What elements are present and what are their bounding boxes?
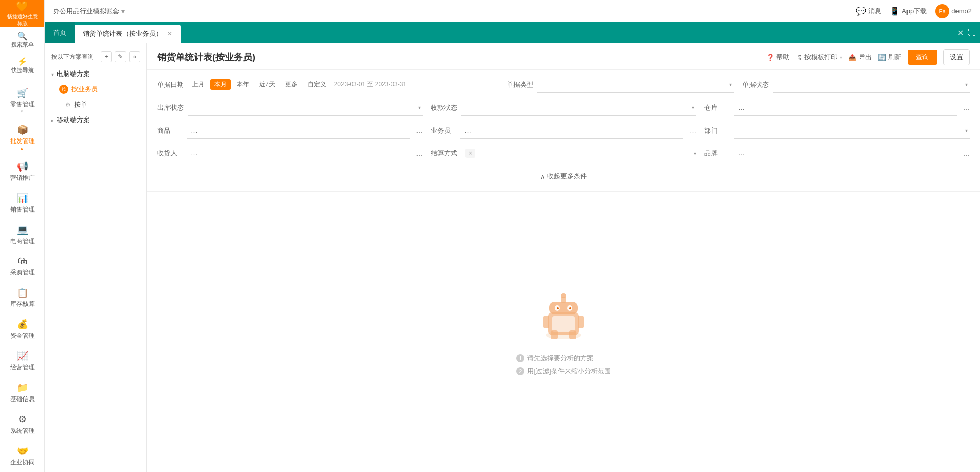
doc-status-arrow: ▾ — [965, 82, 968, 87]
sidebar-item-marketing[interactable]: 📢 营销推广 — [0, 156, 44, 187]
sidebar-item-finance[interactable]: 💰 资金管理 — [0, 314, 44, 345]
sidebar-item-ecommerce[interactable]: 💻 电商管理 — [0, 219, 44, 251]
doc-type-label: 单据类型 — [507, 80, 533, 89]
search-icon: 🔍 — [0, 31, 44, 41]
goods-dots[interactable]: … — [416, 127, 423, 134]
filter-goods: 商品 … — [157, 123, 423, 139]
payment-tag-close[interactable]: × — [469, 150, 472, 157]
date-tab-this-month[interactable]: 本月 — [210, 79, 231, 90]
collapse-panel-btn[interactable]: « — [129, 51, 140, 62]
template-print-btn[interactable]: 🖨 按模板打印 ▾ — [796, 53, 842, 62]
operations-icon: 📈 — [17, 350, 28, 362]
tab-close-window-btn[interactable]: ✕ — [957, 28, 964, 38]
sidebar-item-collab[interactable]: 🤝 企业协同 — [0, 440, 44, 472]
settings-button[interactable]: 设置 — [943, 49, 970, 65]
refresh-icon: 🔄 — [878, 54, 886, 61]
tree-label-mobile: 移动端方案 — [57, 115, 90, 125]
marketing-icon: 📢 — [17, 161, 28, 172]
tip-text-2: 用[过滤]条件来缩小分析范围 — [527, 367, 610, 376]
brand-dots[interactable]: … — [963, 150, 970, 157]
salesperson-input[interactable] — [460, 123, 683, 139]
brand-input[interactable] — [734, 145, 957, 161]
message-icon: 💬 — [856, 6, 866, 16]
goods-input[interactable] — [187, 123, 410, 139]
department-select[interactable] — [734, 122, 970, 138]
add-scheme-btn[interactable]: + — [101, 51, 112, 62]
svg-rect-7 — [549, 302, 578, 314]
empty-state: 1 请先选择要分析的方案 2 用[过滤]条件来缩小分析范围 — [147, 192, 980, 472]
tree-item-mobile[interactable]: ▸ 移动端方案 — [45, 112, 146, 128]
left-panel-title: 按以下方案查询 — [51, 53, 94, 61]
tab-sales-stat[interactable]: 销货单统计表（按业务员） ✕ — [75, 25, 181, 43]
tree-icon-order: ⚙ — [65, 101, 71, 108]
sidebar-item-wholesale[interactable]: 📦 批发管理 ▴ — [0, 119, 44, 156]
sidebar-item-basic[interactable]: 📁 基础信息 — [0, 377, 44, 409]
tab-expand-btn[interactable]: ⛶ — [968, 28, 976, 37]
export-icon: 📤 — [848, 54, 856, 61]
date-tab-more[interactable]: 更多 — [281, 79, 302, 90]
basic-icon: 📁 — [17, 382, 28, 393]
date-tab-custom[interactable]: 自定义 — [304, 79, 330, 90]
empty-tip-1: 1 请先选择要分析的方案 — [516, 353, 610, 363]
date-label: 单据日期 — [157, 80, 184, 89]
sidebar-item-purchase[interactable]: 🛍 采购管理 — [0, 251, 44, 282]
main-area: 办公用品行业模拟账套 ▾ 💬 消息 📱 App下载 Ea demo2 首页 — [45, 0, 980, 472]
collapse-filter-btn[interactable]: ∧ 收起更多条件 — [157, 168, 970, 185]
filter-warehouse: 仓库 … — [704, 100, 970, 116]
doc-type-select[interactable] — [537, 76, 734, 92]
user-profile[interactable]: Ea demo2 — [935, 4, 972, 18]
filter-receipt-status: 收款状态 ▾ — [431, 99, 696, 116]
warehouse-dots[interactable]: … — [963, 104, 970, 111]
left-panel-header: 按以下方案查询 + ✎ « — [45, 47, 146, 66]
tree-item-by-salesperson[interactable]: 按 按业务员 — [45, 82, 146, 97]
date-tab-last-month[interactable]: 上月 — [188, 79, 208, 90]
tree-item-by-order[interactable]: ⚙ 按单 — [45, 97, 146, 112]
message-action[interactable]: 💬 消息 — [856, 6, 881, 16]
user-name: demo2 — [951, 7, 972, 15]
query-button[interactable]: 查询 — [908, 50, 937, 65]
sidebar-item-operations[interactable]: 📈 经营管理 — [0, 345, 44, 377]
app-download-action[interactable]: 📱 App下载 — [890, 6, 927, 16]
receipt-status-select[interactable] — [461, 99, 696, 115]
help-btn[interactable]: ❓ 帮助 — [766, 53, 790, 62]
salesperson-dots[interactable]: … — [690, 127, 696, 134]
sidebar-item-quick-nav[interactable]: ⚡ 快捷导航 — [0, 53, 44, 78]
sidebar-item-system[interactable]: ⚙ 系统管理 — [0, 409, 44, 440]
out-status-select[interactable] — [188, 99, 423, 115]
sidebar-item-retail[interactable]: 🛒 零售管理 ▾ — [0, 82, 44, 119]
consignee-input[interactable] — [187, 145, 410, 161]
tip-num-1: 1 — [516, 354, 524, 362]
export-btn[interactable]: 📤 导出 — [848, 53, 872, 62]
message-label: 消息 — [868, 7, 881, 16]
filter-doc-status: 单据状态 ▾ — [742, 76, 970, 93]
sidebar-item-sales[interactable]: 📊 销售管理 — [0, 187, 44, 219]
date-tab-this-year[interactable]: 本年 — [233, 79, 253, 90]
tree-arrow-desktop: ▾ — [51, 72, 54, 77]
date-tab-7days[interactable]: 近7天 — [255, 79, 279, 90]
department-select-wrap: ▾ — [734, 122, 970, 139]
tab-close-btn[interactable]: ✕ — [167, 30, 173, 37]
tree-item-desktop[interactable]: ▾ 电脑端方案 — [45, 66, 146, 82]
filter-row-2: 出库状态 ▾ 收款状态 — [157, 99, 970, 116]
warehouse-input[interactable] — [734, 100, 957, 116]
app-logo[interactable]: 🧡 畅捷通好生意 标版 — [0, 0, 45, 27]
doc-status-select-wrap: ▾ — [773, 76, 970, 93]
consignee-dots[interactable]: … — [416, 150, 423, 157]
tree-label-salesperson: 按业务员 — [71, 85, 98, 94]
svg-rect-4 — [578, 316, 584, 328]
edit-scheme-btn[interactable]: ✎ — [115, 51, 126, 62]
right-panel: 销货单统计表(按业务员) ❓ 帮助 🖨 按模板打印 ▾ 📤 导出 — [147, 43, 980, 472]
refresh-btn[interactable]: 🔄 刷新 — [878, 53, 901, 62]
page-title: 销货单统计表(按业务员) — [157, 51, 255, 63]
svg-rect-6 — [569, 330, 576, 339]
sidebar-item-inventory[interactable]: 📋 库存核算 — [0, 282, 44, 314]
doc-status-select[interactable] — [773, 76, 970, 92]
purchase-icon: 🛍 — [18, 256, 27, 267]
app-selector[interactable]: 办公用品行业模拟账套 ▾ — [53, 7, 125, 16]
tab-home-label: 首页 — [53, 28, 66, 37]
sidebar-item-search[interactable]: 🔍 搜索菜单 — [0, 27, 44, 53]
quick-nav-icon: ⚡ — [0, 57, 44, 66]
header-left: 办公用品行业模拟账套 ▾ — [53, 7, 125, 16]
tab-home[interactable]: 首页 — [45, 22, 75, 43]
payment-arrow[interactable]: ▾ — [694, 151, 696, 156]
